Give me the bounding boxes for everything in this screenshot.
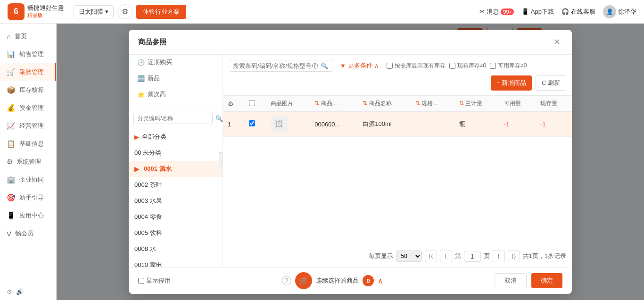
quick-select-recent[interactable]: 🕒 近期购买 bbox=[133, 55, 218, 70]
sort-icon-unit: ⇅ bbox=[459, 100, 464, 107]
settings-icon[interactable]: ⚙ bbox=[117, 4, 132, 19]
right-panel: 🔍 ▼ 更多条件 ∧ 按仓库显示现有库存 bbox=[223, 55, 572, 267]
row-name: 白酒100ml bbox=[358, 112, 411, 137]
star-icon: ⭐ bbox=[137, 91, 145, 98]
sidebar-item-sales[interactable]: 📊 销售管理 bbox=[0, 45, 56, 63]
th-checkbox bbox=[244, 96, 265, 112]
nav-selector[interactable]: 日太阳膜 ▾ bbox=[74, 5, 114, 18]
next-page-button[interactable]: ⟩ bbox=[493, 250, 505, 262]
sidebar-item-basic[interactable]: 📋 基础信息 bbox=[0, 135, 56, 153]
prev-page-button[interactable]: ⟨ bbox=[440, 250, 452, 262]
product-modal: 商品参照 ✕ 🕒 近期购买 🆕 bbox=[129, 30, 572, 294]
cat-item-00[interactable]: 00 未分类 bbox=[129, 145, 223, 161]
row-num: 1 bbox=[223, 112, 244, 137]
sidebar-item-member[interactable]: V 畅会员 bbox=[0, 225, 56, 242]
sidebar-item-system[interactable]: ⚙ 系统管理 bbox=[0, 153, 56, 171]
content-area: 查询 设置 刷新 商品参照 ✕ 🕒 bbox=[57, 24, 644, 300]
gear-icon: ⚙ bbox=[228, 100, 234, 108]
checkbox-show-stock-input[interactable] bbox=[387, 63, 393, 69]
sales-icon: 📊 bbox=[7, 50, 16, 58]
checkbox-stock-nonzero[interactable]: 现有库存≠0 bbox=[449, 62, 486, 70]
more-filter-button[interactable]: ▼ 更多条件 ∧ bbox=[336, 59, 383, 72]
finance-icon: 💰 bbox=[7, 104, 16, 112]
page-input[interactable] bbox=[464, 251, 481, 262]
modal-title: 商品参照 bbox=[138, 38, 166, 47]
th-name[interactable]: ⇅ 商品名称 bbox=[358, 96, 411, 112]
product-search-input[interactable] bbox=[233, 62, 318, 69]
sort-icon-spec: ⇅ bbox=[415, 100, 420, 107]
checkbox-show-stock[interactable]: 按仓库显示现有库存 bbox=[387, 62, 446, 70]
th-settings[interactable]: ⚙ bbox=[223, 96, 244, 112]
cat-item-0008[interactable]: 0008 水 bbox=[129, 241, 223, 257]
sidebar-item-operations[interactable]: 📈 经营管理 bbox=[0, 117, 56, 135]
sidebar-item-apps[interactable]: 📱 应用中心 bbox=[0, 207, 56, 225]
chevron-down-icon: ▾ bbox=[105, 8, 108, 15]
page-size-select[interactable]: 50 20 100 bbox=[396, 250, 422, 262]
collapse-panel-button[interactable]: 《 bbox=[219, 152, 223, 169]
sidebar-item-purchase[interactable]: 🛒 采购管理 bbox=[0, 63, 56, 81]
search-btn-icon[interactable]: 🔍 bbox=[321, 62, 328, 69]
chevron-up-icon: ∧ bbox=[374, 62, 379, 69]
modal-header: 商品参照 ✕ bbox=[129, 30, 572, 55]
select-all-checkbox[interactable] bbox=[249, 100, 255, 106]
top-nav: 6 畅捷通好生意 精品版 日太阳膜 ▾ ⚙ 体验行业方案 ✉ 消息 99+ 📱 … bbox=[0, 0, 644, 24]
cat-arrow-0001: ▶ bbox=[134, 166, 139, 173]
cat-item-all[interactable]: ▶ 全部分类 bbox=[129, 129, 223, 145]
search-icon[interactable]: 🔍 bbox=[215, 115, 223, 122]
sidebar-item-inventory[interactable]: 📦 库存核算 bbox=[0, 81, 56, 99]
checkbox-available-nonzero-input[interactable] bbox=[490, 63, 496, 69]
logo-icon: 6 bbox=[8, 3, 25, 20]
row-unit: 瓶 bbox=[454, 112, 499, 137]
user-nav-item[interactable]: 👤 徐泽华 bbox=[603, 5, 636, 18]
add-product-button[interactable]: + 新增商品 bbox=[491, 75, 532, 91]
product-table: ⚙ 商品图片 ⇅ 商品... ⇅ bbox=[223, 96, 572, 137]
help-icon[interactable]: ? bbox=[282, 276, 291, 285]
last-page-button[interactable]: ⟩⟩ bbox=[508, 250, 520, 262]
cat-item-0010[interactable]: 0010 家电 bbox=[129, 257, 223, 267]
messages-nav-item[interactable]: ✉ 消息 99+ bbox=[479, 8, 514, 16]
first-page-button[interactable]: ⟨⟨ bbox=[425, 250, 437, 262]
search-input-wrap: 🔍 bbox=[229, 60, 332, 72]
footer-right: 取消 确定 bbox=[495, 273, 562, 288]
confirm-button[interactable]: 确定 bbox=[531, 273, 562, 288]
cat-item-0005[interactable]: 0005 饮料 bbox=[129, 225, 223, 241]
category-panel: 🕒 近期购买 🆕 新品 ⭐ 频次高 bbox=[129, 55, 223, 267]
sidebar-item-finance[interactable]: 💰 资金管理 bbox=[0, 99, 56, 117]
experience-button[interactable]: 体验行业方案 bbox=[136, 5, 186, 19]
th-code[interactable]: ⇅ 商品... bbox=[310, 96, 358, 112]
modal-close-button[interactable]: ✕ bbox=[551, 36, 562, 48]
cart-collapse-button[interactable]: ∧ bbox=[378, 276, 383, 285]
show-disabled-checkbox[interactable]: 显示停用 bbox=[138, 276, 171, 285]
enterprise-icon: 🏢 bbox=[7, 175, 16, 184]
category-search-wrap: 🔍 bbox=[129, 110, 223, 127]
main-layout: ⌂ 首页 📊 销售管理 🛒 采购管理 📦 库存核算 💰 资金管理 📈 经营管理 … bbox=[0, 24, 644, 300]
cat-item-0001[interactable]: ▶ 0001 酒水 bbox=[129, 161, 223, 177]
product-image: 🖼 bbox=[271, 116, 288, 133]
cat-item-0003[interactable]: 0003 水果 bbox=[129, 193, 223, 209]
cat-item-0002[interactable]: 0002 茶叶 bbox=[129, 177, 223, 193]
avatar: 👤 bbox=[603, 5, 616, 18]
online-service-nav-item[interactable]: 🎧 在线客服 bbox=[561, 8, 595, 16]
checkbox-stock-nonzero-input[interactable] bbox=[449, 63, 455, 69]
checkbox-available-nonzero[interactable]: 可用库存≠0 bbox=[490, 62, 527, 70]
category-search-input[interactable] bbox=[133, 113, 213, 124]
sound-icon[interactable]: 🔊 bbox=[16, 288, 24, 295]
sidebar-item-enterprise[interactable]: 🏢 企业协同 bbox=[0, 171, 56, 189]
sidebar-item-home[interactable]: ⌂ 首页 bbox=[0, 27, 56, 45]
cancel-button[interactable]: 取消 bbox=[495, 273, 527, 288]
refresh-button[interactable]: C 刷新 bbox=[536, 75, 566, 91]
quick-select-frequent[interactable]: ⭐ 频次高 bbox=[133, 87, 218, 102]
table-row[interactable]: 1 🖼 000600... 白酒100ml 瓶 bbox=[223, 112, 572, 137]
phone-icon: 📱 bbox=[521, 8, 529, 15]
show-disabled-input[interactable] bbox=[138, 278, 144, 284]
row-select-checkbox[interactable] bbox=[249, 120, 255, 126]
cart-icon[interactable]: 🛒 bbox=[295, 272, 312, 289]
th-unit[interactable]: ⇅ 主计量 bbox=[454, 96, 499, 112]
cat-arrow-all: ▶ bbox=[134, 133, 139, 141]
th-spec[interactable]: ⇅ 规格... bbox=[411, 96, 454, 112]
sidebar-item-newbie[interactable]: 🎯 新手引导 bbox=[0, 189, 56, 207]
app-download-nav-item[interactable]: 📱 App下载 bbox=[521, 8, 554, 16]
quick-select-new[interactable]: 🆕 新品 bbox=[133, 71, 218, 86]
cat-item-0004[interactable]: 0004 零食 bbox=[129, 209, 223, 225]
settings-bottom-icon[interactable]: ⚙ bbox=[7, 288, 12, 295]
